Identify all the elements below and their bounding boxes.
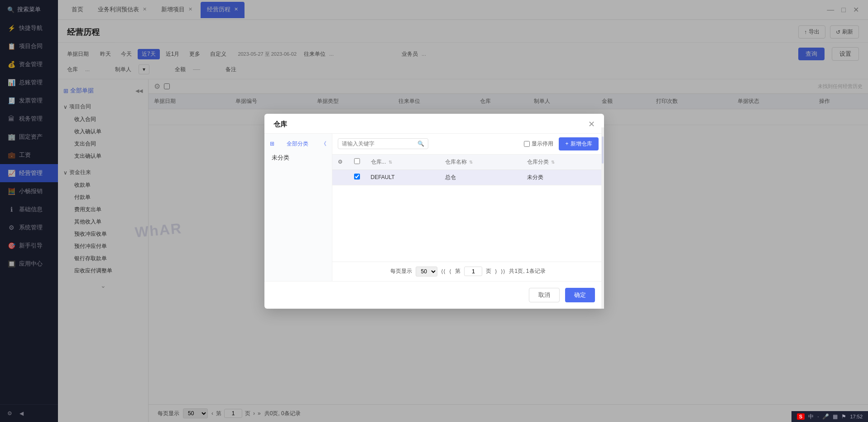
modal-overlay: 仓库 ✕ ⊞ 全部分类 《 未分类 — [0, 0, 868, 422]
modal-per-page-select[interactable]: 50 — [416, 267, 437, 276]
first-page-btn[interactable]: ⟨⟨ — [441, 268, 446, 275]
tray-icon-1: 中 — [808, 413, 814, 421]
tray-icon-4: ▦ — [833, 413, 838, 420]
row-category: 未分类 — [522, 170, 604, 185]
modal-search-input[interactable] — [342, 141, 415, 147]
sys-tray: S 中 · 🎤 ▦ ⚑ 17:52 — [791, 411, 868, 422]
tray-time: 17:52 — [850, 414, 863, 419]
tray-icon-3: 🎤 — [822, 413, 829, 420]
modal-close-icon[interactable]: ✕ — [588, 120, 595, 128]
all-category-icon: ⊞ — [270, 141, 274, 147]
add-icon: + — [565, 141, 568, 147]
modal-th-code[interactable]: 仓库... ⇅ — [365, 155, 440, 170]
modal-sidebar-collapse-icon[interactable]: 《 — [321, 140, 326, 148]
select-all-checkbox[interactable] — [354, 158, 360, 164]
modal-toolbar-right: 显示停用 + 新增仓库 — [524, 137, 598, 150]
modal-sidebar-uncategorized[interactable]: 未分类 — [264, 150, 332, 165]
tray-icon-5: ⚑ — [841, 413, 846, 420]
modal-total: 共1页, 1条记录 — [509, 267, 545, 275]
show-disabled-label[interactable]: 显示停用 — [524, 140, 553, 148]
table-row[interactable]: DEFAULT 总仓 未分类 — [332, 170, 604, 185]
confirm-button[interactable]: 确定 — [565, 288, 595, 302]
modal-search-box[interactable]: 🔍 — [338, 138, 428, 149]
all-category-label: 全部分类 — [287, 140, 308, 148]
scrollbar-thumb — [602, 136, 604, 164]
modal-sidebar: ⊞ 全部分类 《 未分类 — [264, 134, 332, 281]
modal-table-head: ⚙ 仓库... ⇅ 仓库名称 ⇅ — [332, 155, 604, 170]
modal-table-body: DEFAULT 总仓 未分类 — [332, 170, 604, 185]
cancel-button[interactable]: 取消 — [529, 288, 560, 302]
modal-sidebar-scrollbar[interactable] — [601, 127, 604, 309]
row-code: DEFAULT — [365, 170, 440, 185]
modal-title: 仓库 — [273, 120, 287, 129]
next-page-btn[interactable]: ⟩ — [495, 268, 497, 275]
modal-sidebar-header[interactable]: ⊞ 全部分类 《 — [264, 137, 332, 150]
tray-icon-2: · — [817, 413, 819, 420]
modal-th-checkbox — [349, 155, 365, 170]
last-page-btn[interactable]: ⟩⟩ — [501, 268, 505, 275]
modal-page-label: 第 — [455, 267, 460, 275]
tray-logo: S — [797, 413, 805, 420]
modal-header: 仓库 ✕ — [264, 114, 604, 134]
modal-main: 🔍 显示停用 + 新增仓库 — [332, 134, 604, 281]
modal-body: ⊞ 全部分类 《 未分类 🔍 — [264, 134, 604, 281]
add-warehouse-button[interactable]: + 新增仓库 — [559, 137, 598, 150]
modal-actions: 取消 确定 — [264, 281, 604, 309]
modal-search-icon: 🔍 — [417, 141, 424, 147]
row-name: 总仓 — [440, 170, 522, 185]
show-disabled-checkbox[interactable] — [524, 141, 530, 147]
sort-category-icon: ⇅ — [551, 160, 555, 165]
sort-name-icon: ⇅ — [469, 160, 473, 165]
warehouse-modal: 仓库 ✕ ⊞ 全部分类 《 未分类 — [264, 114, 604, 309]
modal-pagination: 每页显示 50 ⟨⟨ ⟨ 第 页 ⟩ ⟩⟩ 共1页, 1条记录 — [332, 262, 604, 281]
modal-th-name[interactable]: 仓库名称 ⇅ — [440, 155, 522, 170]
sort-code-icon: ⇅ — [388, 160, 392, 165]
add-warehouse-label: 新增仓库 — [571, 140, 592, 148]
modal-per-page-label: 每页显示 — [390, 267, 412, 275]
modal-page-input[interactable] — [464, 267, 482, 276]
modal-page-suffix: 页 — [486, 267, 491, 275]
uncategorized-label: 未分类 — [272, 154, 289, 161]
modal-th-category[interactable]: 仓库分类 ⇅ — [522, 155, 604, 170]
modal-table-container: ⚙ 仓库... ⇅ 仓库名称 ⇅ — [332, 155, 604, 262]
row-checkbox[interactable] — [349, 170, 365, 185]
prev-page-btn[interactable]: ⟨ — [449, 268, 451, 275]
modal-table: ⚙ 仓库... ⇅ 仓库名称 ⇅ — [332, 155, 604, 185]
show-disabled-text: 显示停用 — [532, 140, 553, 148]
modal-toolbar: 🔍 显示停用 + 新增仓库 — [332, 134, 604, 155]
row-settings — [332, 170, 349, 185]
row-select-checkbox[interactable] — [354, 174, 360, 179]
modal-th-settings[interactable]: ⚙ — [332, 155, 349, 170]
